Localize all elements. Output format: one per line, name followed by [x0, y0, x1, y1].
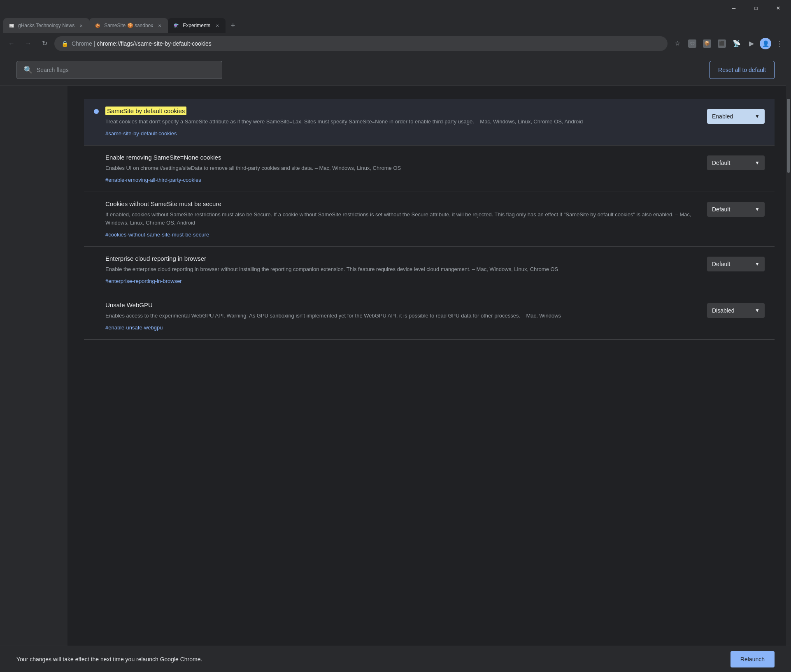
- flag-description-samesite: Treat cookies that don't specify a SameS…: [105, 118, 700, 126]
- tab-favicon-samesite: 🍪: [94, 22, 101, 29]
- flag-link-enterprise[interactable]: #enterprise-reporting-in-browser: [105, 278, 182, 284]
- flag-select-samesite[interactable]: Enabled ▼: [707, 109, 765, 124]
- search-icon: 🔍: [23, 65, 33, 74]
- select-arrow-samesite: ▼: [755, 114, 760, 119]
- tab-label-ghacks: gHacks Technology News: [18, 23, 74, 28]
- flag-title-remove-samesite: Enable removing SameSite=None cookies: [105, 154, 700, 161]
- forward-button[interactable]: →: [21, 37, 35, 50]
- media-button[interactable]: ▶: [745, 37, 758, 50]
- tab-favicon-ghacks: 📰: [8, 22, 15, 29]
- select-arrow-cookies-secure: ▼: [755, 206, 760, 212]
- flag-item-enterprise: Enterprise cloud reporting in browser En…: [84, 247, 775, 293]
- nav-icons: ☆ 🛡 📦 ⬛ 📡 ▶ 👤 ⋮: [671, 37, 786, 50]
- close-button[interactable]: ✕: [769, 0, 788, 16]
- tab-label-samesite: SameSite 🍪 sandbox: [104, 23, 153, 28]
- reload-button[interactable]: ↻: [38, 37, 51, 50]
- tab-experiments[interactable]: ⚗️ Experiments ✕: [168, 18, 226, 33]
- flags-list: SameSite by default cookies Treat cookie…: [84, 96, 775, 343]
- address-url: chrome://flags/#same-site-by-default-coo…: [97, 40, 212, 47]
- select-arrow-webgpu: ▼: [755, 308, 760, 313]
- tab-samesite[interactable]: 🍪 SameSite 🍪 sandbox ✕: [89, 18, 168, 33]
- minimize-button[interactable]: ─: [724, 0, 743, 16]
- menu-button[interactable]: ⋮: [773, 37, 786, 50]
- search-box: 🔍 Search flags: [16, 61, 222, 79]
- reset-all-button[interactable]: Reset all to default: [710, 61, 775, 79]
- flag-control-enterprise: Default ▼: [707, 257, 765, 271]
- flag-title-samesite: SameSite by default cookies: [105, 107, 700, 114]
- flag-link-webgpu[interactable]: #enable-unsafe-webgpu: [105, 324, 163, 331]
- tab-ghacks[interactable]: 📰 gHacks Technology News ✕: [3, 18, 89, 33]
- bottom-message: Your changes will take effect the next t…: [16, 656, 724, 663]
- flag-item-webgpu: Unsafe WebGPU Enables access to the expe…: [84, 293, 775, 340]
- select-arrow-enterprise: ▼: [755, 261, 760, 267]
- address-bar[interactable]: 🔒 Chrome | chrome://flags/#same-site-by-…: [54, 36, 668, 51]
- flag-description-webgpu: Enables access to the experimental WebGP…: [105, 312, 700, 320]
- sidebar: [0, 86, 67, 672]
- search-input[interactable]: Search flags: [37, 67, 69, 73]
- flag-title-enterprise: Enterprise cloud reporting in browser: [105, 255, 700, 262]
- bottom-bar: Your changes will take effect the next t…: [0, 646, 791, 672]
- security-icon: 🔒: [61, 40, 68, 47]
- flag-select-cookies-secure[interactable]: Default ▼: [707, 202, 765, 217]
- flag-content-cookies-secure: Cookies without SameSite must be secure …: [94, 200, 700, 239]
- content-area: SameSite by default cookies Treat cookie…: [67, 86, 791, 672]
- flag-title-webgpu: Unsafe WebGPU: [105, 301, 700, 308]
- flag-link-remove-samesite[interactable]: #enable-removing-all-third-party-cookies: [105, 177, 201, 183]
- flag-item-remove-samesite: Enable removing SameSite=None cookies En…: [84, 146, 775, 192]
- flag-control-samesite: Enabled ▼: [707, 109, 765, 124]
- flag-description-remove-samesite: Enables UI on chrome://settings/siteData…: [105, 164, 700, 173]
- flag-control-remove-samesite: Default ▼: [707, 155, 765, 170]
- navbar: ← → ↻ 🔒 Chrome | chrome://flags/#same-si…: [0, 33, 791, 54]
- flag-link-cookies-secure[interactable]: #cookies-without-same-site-must-be-secur…: [105, 232, 209, 238]
- window-controls: ─ □ ✕: [724, 0, 788, 16]
- flag-select-remove-samesite[interactable]: Default ▼: [707, 155, 765, 170]
- flag-item-samesite-default: SameSite by default cookies Treat cookie…: [84, 99, 775, 146]
- flag-content-webgpu: Unsafe WebGPU Enables access to the expe…: [94, 301, 700, 331]
- flag-content-remove-samesite: Enable removing SameSite=None cookies En…: [94, 154, 700, 183]
- select-arrow-remove-samesite: ▼: [755, 160, 760, 166]
- cast-button[interactable]: 📡: [730, 37, 743, 50]
- flag-content-enterprise: Enterprise cloud reporting in browser En…: [94, 255, 700, 285]
- profile-avatar[interactable]: 👤: [760, 38, 771, 49]
- address-chrome-label: Chrome: [72, 40, 92, 47]
- scrollbar-track[interactable]: [786, 16, 791, 672]
- flag-title-cookies-secure: Cookies without SameSite must be secure: [105, 200, 700, 207]
- flag-item-cookies-secure: Cookies without SameSite must be secure …: [84, 192, 775, 247]
- flag-description-cookies-secure: If enabled, cookies without SameSite res…: [105, 211, 700, 228]
- tab-label-experiments: Experiments: [183, 23, 210, 28]
- tab-close-experiments[interactable]: ✕: [214, 22, 221, 29]
- extension-icon-3[interactable]: ⬛: [715, 37, 728, 50]
- flag-select-webgpu[interactable]: Disabled ▼: [707, 303, 765, 318]
- title-bar: ─ □ ✕: [0, 0, 791, 16]
- address-text: Chrome | chrome://flags/#same-site-by-de…: [72, 40, 661, 47]
- extension-icon-2[interactable]: 📦: [700, 37, 714, 50]
- relaunch-button[interactable]: Relaunch: [731, 651, 775, 667]
- flag-control-cookies-secure: Default ▼: [707, 202, 765, 217]
- flag-description-enterprise: Enable the enterprise cloud reporting in…: [105, 265, 700, 274]
- maximize-button[interactable]: □: [747, 0, 765, 16]
- tab-close-samesite[interactable]: ✕: [156, 22, 163, 29]
- scrollbar-thumb[interactable]: [787, 99, 790, 173]
- flag-title-highlighted-samesite: SameSite by default cookies: [105, 107, 186, 115]
- tabs-bar: 📰 gHacks Technology News ✕ 🍪 SameSite 🍪 …: [0, 16, 791, 33]
- back-button[interactable]: ←: [5, 37, 18, 50]
- flag-bullet-samesite: [94, 109, 99, 114]
- flag-control-webgpu: Disabled ▼: [707, 303, 765, 318]
- search-area: 🔍 Search flags Reset all to default: [0, 54, 791, 86]
- flag-content-samesite: SameSite by default cookies Treat cookie…: [105, 107, 700, 137]
- tab-favicon-experiments: ⚗️: [173, 22, 179, 29]
- bookmark-star-button[interactable]: ☆: [671, 37, 684, 50]
- new-tab-button[interactable]: +: [227, 20, 239, 31]
- flag-link-samesite[interactable]: #same-site-by-default-cookies: [105, 130, 177, 137]
- extension-icon-1[interactable]: 🛡: [686, 37, 699, 50]
- main-area: SameSite by default cookies Treat cookie…: [0, 86, 791, 672]
- tab-close-ghacks[interactable]: ✕: [78, 22, 84, 29]
- flag-select-enterprise[interactable]: Default ▼: [707, 257, 765, 271]
